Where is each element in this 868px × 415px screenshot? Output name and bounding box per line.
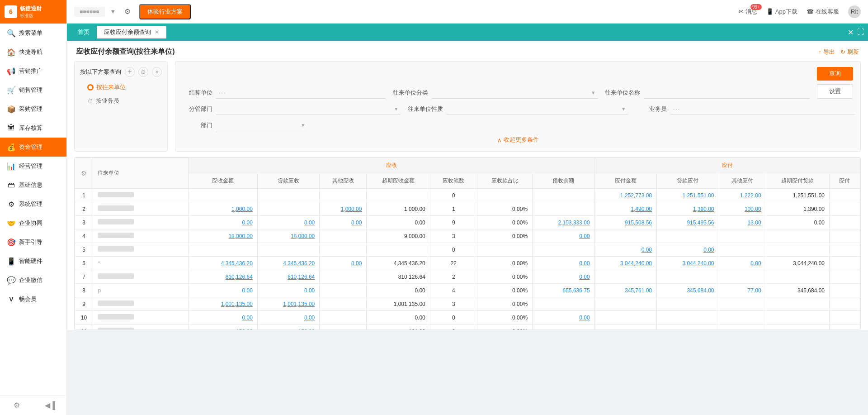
th-ar-ratio: 应收款占比 <box>477 173 532 189</box>
filter-input-settlement[interactable]: ··· <box>216 87 386 99</box>
th-ar-other: 其他应收 <box>320 173 367 189</box>
topbar-title-text: ■■■■■■ <box>80 9 99 15</box>
table-row: 30.000.000.000.0090.00%2,153,333.00915,5… <box>75 216 860 229</box>
search-icon: 🔍 <box>7 29 15 37</box>
sidebar-item-operation[interactable]: 📊 经营管理 <box>0 157 66 176</box>
filter-fields-row1: 结算单位 ··· 往来单位分类 ▾ <box>181 87 810 99</box>
setting-button[interactable]: 设置 <box>817 84 853 99</box>
app-download-icon: 📱 <box>766 8 774 15</box>
sidebar-settings-btn[interactable]: ⚙ <box>0 396 33 415</box>
filter-input-unittype[interactable]: ▾ <box>447 103 627 115</box>
sidebar-item-sales[interactable]: 🛒 销售管理 <box>0 81 66 100</box>
scheme-dot-inner <box>89 86 92 89</box>
sidebar-collapse-btn[interactable]: ◀▐ <box>33 396 67 415</box>
app-download-button[interactable]: 📱 App下载 <box>766 8 797 16</box>
filter-label-category: 往来单位分类 <box>393 89 428 97</box>
refresh-button[interactable]: ↻ 刷新 <box>840 48 859 56</box>
service-label: 在线客服 <box>816 8 839 16</box>
refresh-label: 刷新 <box>847 48 859 56</box>
filter-input-unitname[interactable] <box>644 87 810 99</box>
filter-scheme-by-staff[interactable]: ⏱ 按业务员 <box>84 95 162 107</box>
filter-label-unittype: 往来单位性质 <box>408 105 443 113</box>
filter-field-unittype: 往来单位性质 ▾ <box>408 103 627 115</box>
user-avatar[interactable]: Rit <box>848 5 861 18</box>
table-header-group-row: ⚙ 往来单位 应收 应付 <box>75 158 860 173</box>
table-settings-icon[interactable]: ⚙ <box>81 170 87 177</box>
sidebar-item-vip[interactable]: V 畅会员 <box>0 290 66 309</box>
filter-input-category[interactable]: ▾ <box>432 87 598 99</box>
filter-label-settlement: 结算单位 <box>181 89 212 97</box>
th-ar-loan: 贷款应收 <box>257 173 319 189</box>
hardware-icon: 📱 <box>7 257 15 265</box>
filter-label-dept: 分管部门 <box>181 105 212 113</box>
topbar-gear-btn[interactable]: ⚙ <box>121 5 134 18</box>
sidebar-item-marketing[interactable]: 📢 营销推广 <box>0 62 66 81</box>
table-row: 500.000.00 <box>75 243 860 257</box>
sidebar-item-label: 搜索菜单 <box>19 29 42 37</box>
filter-scheme-by-unit[interactable]: 按往来单位 <box>84 81 162 93</box>
sidebar-item-basic[interactable]: 🗃 基础信息 <box>0 176 66 195</box>
sidebar-item-enterprise[interactable]: 🤝 企业协同 <box>0 214 66 233</box>
th-ap-amount: 应付金额 <box>594 173 656 189</box>
filter-add-btn[interactable]: + <box>125 67 135 77</box>
tab-home[interactable]: 首页 <box>71 26 97 38</box>
tab-arbalance[interactable]: 应收应付余额查询 ✕ <box>97 26 166 38</box>
marketing-icon: 📢 <box>7 67 15 75</box>
sidebar-item-wechat[interactable]: 💬 企业微信 <box>0 271 66 290</box>
basic-icon: 🗃 <box>7 181 15 189</box>
tab-maximize-icon[interactable]: ⛶ <box>857 28 864 37</box>
sidebar-item-purchase[interactable]: 📦 采购管理 <box>0 100 66 119</box>
sidebar-item-label: 系统管理 <box>19 200 42 208</box>
sidebar-item-label: 基础信息 <box>19 181 42 189</box>
sidebar-item-label: 采购管理 <box>19 105 42 113</box>
filter-label-section-dept: 部门 <box>181 121 212 129</box>
filter-input-section-dept[interactable]: ▾ <box>216 119 307 131</box>
sales-icon: 🛒 <box>7 86 15 94</box>
data-table: ⚙ 往来单位 应收 应付 应收金额 贷款应收 其他应收 超期应收金额 <box>75 157 860 329</box>
th-settings[interactable]: ⚙ <box>75 158 93 189</box>
sidebar-item-system[interactable]: ⚙ 系统管理 <box>0 195 66 214</box>
sidebar-item-quicknav[interactable]: 🏠 快捷导航 <box>0 43 66 62</box>
th-unit: 往来单位 <box>93 158 189 189</box>
chevron-down-icon-3: ▾ <box>622 105 625 112</box>
scheme-clock-icon: ⏱ <box>87 98 93 105</box>
filter-collapse-btn[interactable]: ∧ 收起更多条件 <box>181 134 855 146</box>
tab-close-icon[interactable]: ✕ <box>155 29 159 35</box>
online-service-button[interactable]: ☎ 在线客服 <box>807 8 839 16</box>
sidebar-item-guide[interactable]: 🎯 新手引导 <box>0 233 66 252</box>
collapse-icon: ∧ <box>497 137 502 143</box>
tab-close-window-icon[interactable]: ✕ <box>848 28 854 37</box>
scheme-dot-by-unit <box>87 84 94 91</box>
sidebar-item-hardware[interactable]: 📱 智能硬件 <box>0 252 66 271</box>
table-scroll[interactable]: ⚙ 往来单位 应收 应付 应收金额 贷款应收 其他应收 超期应收金额 <box>75 157 860 329</box>
filter-input-salesperson[interactable]: ··· <box>670 103 855 115</box>
filter-target-btn[interactable]: ⊙ <box>138 67 148 77</box>
table-row: 91,001,135.001,001,135.001,001,135.0030.… <box>75 297 860 311</box>
purchase-icon: 📦 <box>7 105 15 113</box>
filter-back-btn[interactable]: « <box>152 67 162 77</box>
message-button[interactable]: ✉ 消息 99+ <box>739 8 757 16</box>
wechat-icon: 💬 <box>7 276 15 284</box>
vip-icon: V <box>7 295 15 303</box>
promo-button[interactable]: 体验行业方案 <box>139 4 191 19</box>
filter-field-settlement: 结算单位 ··· <box>181 87 386 99</box>
app-logo: 6 畅捷通财 标准版 <box>0 0 66 24</box>
sidebar-item-search[interactable]: 🔍 搜索菜单 <box>0 24 66 43</box>
data-table-container: ⚙ 往来单位 应收 应付 应收金额 贷款应收 其他应收 超期应收金额 <box>74 157 861 330</box>
sidebar-item-capital[interactable]: 💰 资金管理 <box>0 138 66 157</box>
filter-input-dept[interactable]: ▾ <box>216 103 401 115</box>
logo-icon: 6 <box>5 5 17 18</box>
sidebar-item-label: 营销推广 <box>19 67 42 75</box>
inventory-icon: 🏛 <box>7 124 15 132</box>
th-prepaid: 预收余额 <box>533 173 594 189</box>
enterprise-icon: 🤝 <box>7 219 15 227</box>
filter-field-salesperson: 业务员 ··· <box>635 103 855 115</box>
export-button[interactable]: ↑ 导出 <box>819 48 835 56</box>
export-icon: ↑ <box>819 48 822 55</box>
sidebar-item-label: 库存核算 <box>19 124 42 132</box>
tab-home-label: 首页 <box>78 28 90 36</box>
filter-scheme-panel: 按以下方案查询 + ⊙ « 按往来单位 ⏱ <box>74 61 168 152</box>
sidebar-item-inventory[interactable]: 🏛 库存核算 <box>0 119 66 138</box>
topbar-dropdown-btn[interactable]: ▼ <box>110 8 116 15</box>
query-button[interactable]: 查询 <box>817 67 853 81</box>
